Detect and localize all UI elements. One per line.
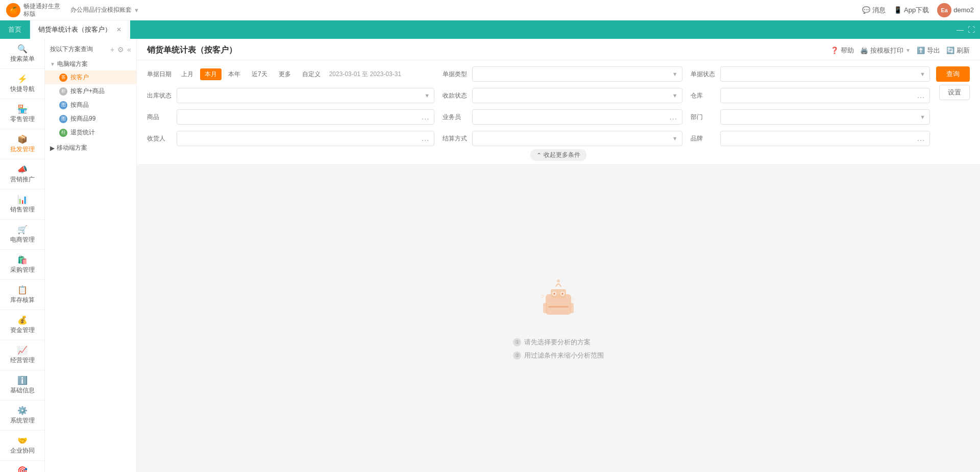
out-status-select[interactable]: ▼	[177, 88, 434, 103]
date-tab-last-month[interactable]: 上月	[177, 68, 198, 80]
mobile-group-label: 移动端方案	[57, 144, 87, 152]
date-tab-custom[interactable]: 自定义	[298, 68, 325, 80]
mobile-scheme-group: ▶ 移动端方案	[45, 141, 136, 154]
warehouse-label: 仓库	[691, 91, 716, 100]
left-panel-header: 按以下方案查询 + ⚙ «	[45, 43, 136, 58]
sidebar-item-ecommerce[interactable]: 🛒 电商管理	[0, 220, 44, 250]
search-icon: 🔍	[2, 44, 42, 54]
filter-field-out-status: 出库状态 ▼	[147, 88, 434, 103]
sidebar-item-system[interactable]: ⚙️ 系统管理	[0, 400, 44, 431]
sidebar-item-sales[interactable]: 📊 销售管理	[0, 190, 44, 220]
title-actions: ❓ 帮助 🖨️ 按模板打印 ▼ ⬆️ 导出 🔄 刷新	[830, 46, 970, 55]
header-title[interactable]: 办公用品行业模拟账套 ▼	[70, 6, 139, 14]
query-button[interactable]: 查询	[936, 66, 970, 82]
receiver-input[interactable]: …	[177, 131, 434, 146]
filter-field-date: 单据日期 上月 本月 本年 近7天 更多 自定义	[147, 68, 434, 80]
date-tab-this-year[interactable]: 本年	[224, 68, 245, 80]
operation-icon: 📈	[2, 345, 42, 355]
print-icon: 🖨️	[860, 46, 868, 54]
scheme-item-goods[interactable]: 图 按商品	[45, 98, 136, 112]
date-tab-more[interactable]: 更多	[274, 68, 296, 80]
minimize-button[interactable]: —	[957, 26, 964, 34]
logo-text: 畅捷通好生意 标版	[23, 3, 60, 17]
group-label: 电脑端方案	[57, 60, 88, 68]
maximize-button[interactable]: ⛶	[968, 26, 975, 34]
setting-button[interactable]: 设置	[939, 85, 970, 100]
print-button[interactable]: 🖨️ 按模板打印 ▼	[860, 46, 911, 55]
nav-icon: ⚡	[2, 74, 42, 84]
warehouse-input[interactable]: …	[720, 88, 930, 103]
status-select[interactable]: ▼	[720, 66, 930, 82]
type-select[interactable]: ▼	[472, 66, 682, 82]
scheme-item-customer[interactable]: 客 按客户	[45, 70, 136, 84]
app-download-button[interactable]: 📱 App下载	[894, 6, 929, 15]
filter-field-type: 单据类型 ▼	[443, 66, 682, 82]
department-dropdown-icon: ▼	[920, 114, 925, 120]
sidebar-item-operation[interactable]: 📈 经营管理	[0, 340, 44, 370]
date-tab-this-month[interactable]: 本月	[200, 68, 222, 80]
goods-ellipsis-icon: …	[421, 112, 430, 122]
collapse-up-icon: ⌃	[536, 152, 542, 159]
top-header: 🍊 畅捷通好生意 标版 办公用品行业模拟账套 ▼ 💬 消息 📱 App下载 Ea…	[0, 0, 980, 20]
scheme-icon-return: 柱	[59, 129, 67, 137]
type-dropdown-icon: ▼	[672, 71, 678, 77]
mobile-group-title[interactable]: ▶ 移动端方案	[45, 141, 136, 154]
ecommerce-icon: 🛒	[2, 225, 42, 234]
brand-input[interactable]: …	[720, 131, 930, 146]
goods-input[interactable]: …	[177, 109, 434, 125]
date-tab-7days[interactable]: 近7天	[247, 68, 272, 80]
svg-rect-6	[548, 306, 569, 308]
svg-point-9	[557, 279, 560, 282]
help-button[interactable]: ❓ 帮助	[830, 46, 854, 55]
collapse-button[interactable]: ⌃ 收起更多条件	[530, 149, 586, 161]
sidebar-item-retail[interactable]: 🏪 零售管理	[0, 99, 44, 129]
collapse-bar[interactable]: ⌃ 收起更多条件	[147, 146, 970, 164]
sidebar-item-marketing[interactable]: 📣 营销推广	[0, 159, 44, 190]
salesperson-input[interactable]: …	[472, 109, 682, 125]
filter-field-settlement: 结算方式 ▼	[443, 131, 682, 146]
sidebar-item-wholesale[interactable]: 📦 批发管理	[0, 129, 44, 159]
export-button[interactable]: ⬆️ 导出	[917, 46, 940, 55]
scheme-icon-analysis: 析	[59, 87, 67, 96]
message-button[interactable]: 💬 消息	[862, 6, 886, 15]
sidebar-item-finance[interactable]: 💰 资金管理	[0, 310, 44, 340]
date-tabs: 上月 本月 本年 近7天 更多 自定义	[177, 68, 325, 80]
desktop-group-title[interactable]: ▼ 电脑端方案	[45, 58, 136, 70]
user-menu[interactable]: Ea demo2	[937, 3, 974, 17]
sidebar-item-guide[interactable]: 🎯 新手引导	[0, 461, 44, 472]
tab-home[interactable]: 首页	[0, 20, 30, 39]
svg-rect-7	[543, 303, 547, 313]
svg-rect-8	[570, 303, 574, 313]
filter-action-buttons: 查询 设置	[930, 60, 970, 146]
add-scheme-button[interactable]: +	[110, 45, 114, 54]
main-layout: 🔍 搜索菜单 ⚡ 快捷导航 🏪 零售管理 📦 批发管理 📣 营销推广 📊 销售管…	[0, 39, 980, 472]
sidebar-item-search[interactable]: 🔍 搜索菜单	[0, 39, 44, 69]
scheme-icon-goods99: 图	[59, 115, 67, 123]
department-select[interactable]: ▼	[720, 109, 930, 125]
collection-select[interactable]: ▼	[472, 88, 682, 103]
sidebar-item-purchase[interactable]: 🛍️ 采购管理	[0, 250, 44, 280]
sidebar-item-enterprise[interactable]: 🤝 企业协同	[0, 431, 44, 461]
refresh-button[interactable]: 🔄 刷新	[946, 46, 970, 55]
filter-field-status: 单据状态 ▼	[691, 66, 930, 82]
out-status-dropdown-icon: ▼	[424, 92, 430, 99]
sidebar-item-nav[interactable]: ⚡ 快捷导航	[0, 69, 44, 99]
settings-scheme-button[interactable]: ⚙	[117, 45, 124, 54]
settlement-select[interactable]: ▼	[472, 131, 682, 146]
tab-report[interactable]: 销货单统计表（按客户） ✕	[30, 20, 130, 39]
filter-row-2: 出库状态 ▼ 收款状态 ▼	[147, 88, 930, 103]
scheme-item-goods99[interactable]: 图 按商品99	[45, 112, 136, 126]
finance-icon: 💰	[2, 315, 42, 325]
scheme-item-return[interactable]: 柱 退货统计	[45, 126, 136, 139]
date-range: 2023-03-01 至 2023-03-31	[329, 70, 401, 79]
collapse-panel-button[interactable]: «	[127, 45, 131, 54]
filter-row-4: 收货人 … 结算方式 ▼	[147, 131, 930, 146]
logo-area: 🍊 畅捷通好生意 标版	[6, 3, 60, 17]
tab-close-icon[interactable]: ✕	[116, 26, 121, 33]
sidebar-item-basic[interactable]: ℹ️ 基础信息	[0, 370, 44, 400]
scheme-item-customer-goods[interactable]: 析 按客户+商品	[45, 84, 136, 98]
sidebar-item-inventory[interactable]: 📋 库存核算	[0, 280, 44, 310]
settlement-dropdown-icon: ▼	[672, 135, 678, 141]
filter-field-receiver: 收货人 …	[147, 131, 434, 146]
logo-icon: 🍊	[6, 3, 20, 17]
